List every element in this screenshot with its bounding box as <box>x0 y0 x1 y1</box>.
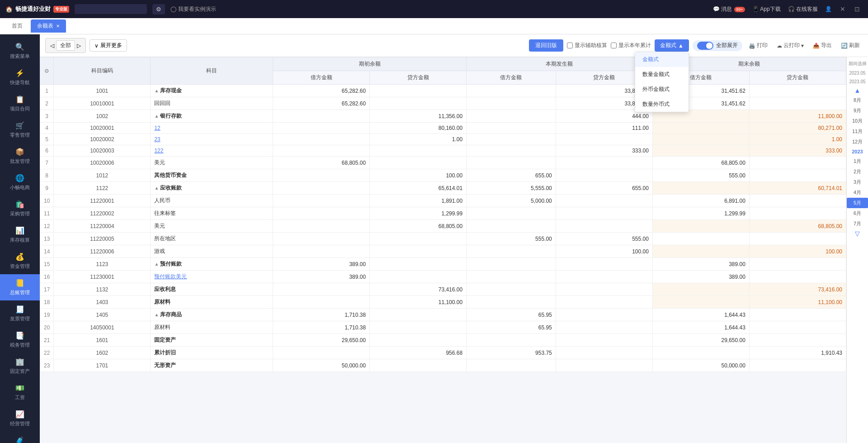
sidebar-item-search[interactable]: 🔍 搜索菜单 <box>0 38 40 64</box>
top-actions: 💬 消息 99+ 📱 App下载 🎧 在线客服 👤 <box>713 5 832 13</box>
row-ob-credit: 1.00 <box>370 134 467 145</box>
invoice-icon: 🧾 <box>15 305 24 314</box>
sidebar-item-invoice[interactable]: 🧾 发票管理 <box>0 300 40 327</box>
tab-balance[interactable]: 余额表 ✕ <box>31 19 66 33</box>
sidebar-item-quick-nav[interactable]: ⚡ 快捷导航 <box>0 64 40 91</box>
tab-home[interactable]: 首页 <box>5 19 29 33</box>
show-annual-checkbox[interactable]: 显示本年累计 <box>611 42 651 49</box>
format-dropdown-button[interactable]: 金额式 ▲ <box>655 39 689 52</box>
sidebar-item-finance[interactable]: 💰 资金管理 <box>0 248 40 274</box>
row-cb-credit: 333.00 <box>749 145 846 157</box>
sidebar-item-sales[interactable]: 🧳 小畅报销 <box>0 432 40 443</box>
expand-all-toggle[interactable]: 全部展开 <box>693 40 742 51</box>
annual-checkbox-input[interactable] <box>611 43 617 48</box>
row-cb-debit: 389.00 <box>652 271 749 283</box>
notifications-btn[interactable]: 💬 消息 99+ <box>713 5 745 13</box>
period-jul[interactable]: 7月 <box>847 219 868 229</box>
row-ob-credit: 73,416.00 <box>370 283 467 296</box>
row-cp-credit <box>556 296 652 309</box>
row-code: 11220005 <box>54 233 151 245</box>
period-year-2023-end[interactable]: 2023.05 <box>847 77 868 86</box>
toggle-switch[interactable] <box>697 42 713 50</box>
sidebar-item-project[interactable]: 📋 项目合同 <box>0 91 40 117</box>
format-option-qty-foreign[interactable]: 数量外币式 <box>635 97 689 112</box>
row-name[interactable]: 122 <box>151 145 273 157</box>
user-avatar[interactable]: 👤 <box>825 6 832 12</box>
period-dec[interactable]: 12月 <box>847 137 868 147</box>
row-cb-debit: 1,644.43 <box>652 309 749 321</box>
period-feb[interactable]: 2月 <box>847 167 868 177</box>
row-num: 15 <box>40 258 54 271</box>
row-cb-credit: 11,800.00 <box>749 110 846 123</box>
refresh-button[interactable]: 🔄 刷新 <box>838 40 863 51</box>
sidebar-item-ecommerce[interactable]: 🌐 小畅电商 <box>0 169 40 195</box>
close-button[interactable]: ✕ <box>837 5 848 14</box>
period-up-button[interactable]: ▲ <box>854 86 862 95</box>
period-may[interactable]: 5月 <box>847 198 868 208</box>
sidebar-item-invoice-label: 发票管理 <box>10 315 30 322</box>
settings-col-header[interactable]: ⚙ <box>40 57 54 85</box>
period-year-2023-start[interactable]: 2023.05 <box>847 69 868 77</box>
sidebar-item-assets[interactable]: 🏢 固定资产 <box>0 353 40 379</box>
row-ob-credit <box>370 85 467 97</box>
format-option-qty-amount[interactable]: 数量金额式 <box>635 67 689 82</box>
format-option-foreign-amount[interactable]: 外币金额式 <box>635 82 689 97</box>
period-sep[interactable]: 9月 <box>847 105 868 116</box>
operations-icon: 📈 <box>15 410 24 419</box>
period-down-button[interactable]: ▽ <box>854 229 861 238</box>
sidebar-item-quick-nav-label: 快捷导航 <box>10 79 30 86</box>
app-download-btn[interactable]: 📱 App下载 <box>752 5 781 13</box>
period-mar[interactable]: 3月 <box>847 177 868 187</box>
sidebar-item-payroll[interactable]: 💵 工资 <box>0 379 40 405</box>
sidebar-item-inventory[interactable]: 📊 库存核算 <box>0 222 40 248</box>
format-option-amount[interactable]: 金额式 <box>635 52 689 67</box>
period-aug[interactable]: 8月 <box>847 95 868 105</box>
table-period-container: ⚙ 科目编码 科目 期初余额 本期发生额 期末余额 借方金额 贷方金额 借方金额… <box>40 57 868 443</box>
row-code: 10020001 <box>54 123 151 134</box>
project-icon: 📋 <box>15 95 24 104</box>
period-jun[interactable]: 6月 <box>847 208 868 219</box>
row-cb-credit <box>749 334 846 347</box>
period-oct[interactable]: 10月 <box>847 116 868 126</box>
app-logo: 🏠 畅捷通好业财 专业版 <box>5 5 69 13</box>
period-2023[interactable]: 2023 <box>847 147 868 156</box>
gear-button[interactable]: ⚙ <box>152 4 165 14</box>
cloud-print-button[interactable]: ☁ 云打印 ▾ <box>774 40 807 51</box>
expand-button[interactable]: ⊡ <box>852 5 863 14</box>
row-cb-debit <box>652 296 749 309</box>
sidebar-item-operations[interactable]: 📈 经营管理 <box>0 405 40 432</box>
ecommerce-icon: 🌐 <box>15 174 24 182</box>
payroll-icon: 💵 <box>15 384 24 392</box>
expand-more-button[interactable]: ∨ 展开更多 <box>90 39 127 52</box>
tab-close-icon[interactable]: ✕ <box>56 24 60 29</box>
table-row: 2 10010001 回回回 65,282.60 33,830.98 31,45… <box>40 97 846 110</box>
export-button[interactable]: 📤 导出 <box>810 40 835 51</box>
row-name[interactable]: 23 <box>151 134 273 145</box>
period-jan[interactable]: 1月 <box>847 156 868 167</box>
row-cb-debit <box>652 220 749 233</box>
period-apr[interactable]: 4月 <box>847 187 868 198</box>
sidebar-item-search-label: 搜索菜单 <box>10 53 30 60</box>
period-nov[interactable]: 11月 <box>847 126 868 137</box>
print-button[interactable]: 🖨️ 打印 <box>746 40 770 51</box>
row-cb-debit: 555.00 <box>652 169 749 182</box>
sidebar-item-wholesale[interactable]: 📦 批发管理 <box>0 143 40 169</box>
sidebar-item-retail[interactable]: 🛒 零售管理 <box>0 117 40 143</box>
filter-all-button[interactable]: ◁ 全部 ▷ <box>45 38 86 53</box>
demo-button[interactable]: ◯ 我要看实例演示 <box>170 5 216 13</box>
row-cp-credit <box>556 359 652 372</box>
table-row: 17 1132 应收利息 73,416.00 73,416.00 <box>40 283 846 296</box>
row-cb-credit <box>749 271 846 283</box>
row-name[interactable]: 12 <box>151 123 273 134</box>
back-to-old-button[interactable]: 退回旧版 <box>529 39 563 52</box>
show-auxiliary-checkbox[interactable]: 显示辅助核算 <box>567 42 607 49</box>
row-ob-credit: 1,299.99 <box>370 207 467 220</box>
search-input[interactable] <box>75 4 147 14</box>
sidebar-item-accounting[interactable]: 📒 总账管理 <box>0 274 40 300</box>
online-service-btn[interactable]: 🎧 在线客服 <box>788 5 818 13</box>
sidebar-item-purchase[interactable]: 🛍️ 采购管理 <box>0 195 40 222</box>
auxiliary-checkbox-input[interactable] <box>567 43 573 48</box>
sidebar-item-tax[interactable]: 📑 税务管理 <box>0 327 40 353</box>
row-cp-credit: 333.00 <box>556 145 652 157</box>
row-name[interactable]: 预付账款美元 <box>151 271 273 283</box>
